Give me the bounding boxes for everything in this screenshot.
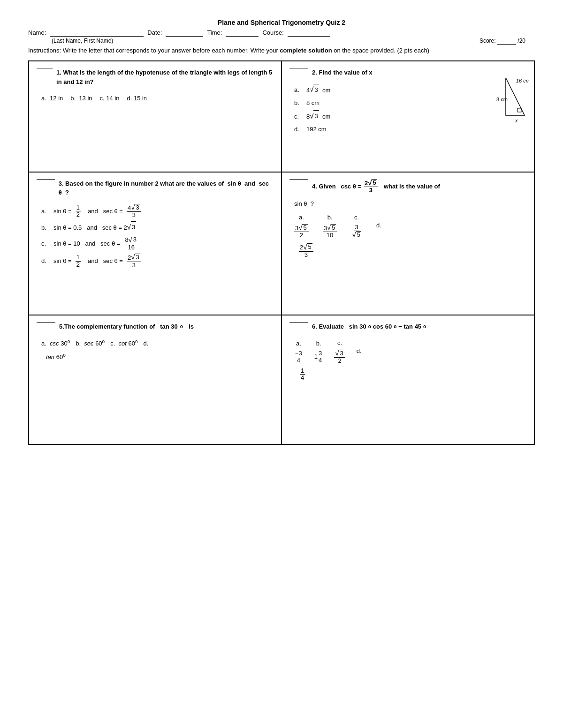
instructions: Instructions: Write the letter that corr… [28, 46, 535, 55]
q4-choices: a. 3√52 b. 3√510 c. 3√5 d. 2√53 [294, 212, 526, 258]
name-label: Name: [28, 29, 46, 36]
page-title: Plane and Spherical Trigonometry Quiz 2 [28, 19, 535, 26]
name-hint: (Last Name, First Name) [52, 38, 113, 45]
q2-text: 2. Find the value of x [312, 68, 373, 77]
question-6-cell: 6. Evaluate sin 30o cos 60o − tan 45o a.… [282, 315, 534, 444]
q3-text: 3. Based on the figure in number 2 what … [59, 179, 274, 197]
question-3-cell: 3. Based on the figure in number 2 what … [29, 172, 282, 315]
q6-text: 6. Evaluate sin 30o cos 60o − tan 45o [312, 322, 426, 331]
course-label: Course: [262, 29, 284, 36]
score-label: Score: /20 [479, 38, 525, 45]
svg-text:16 cm: 16 cm [516, 78, 529, 83]
time-label: Time: [207, 29, 222, 36]
q6-choices: a. −34 b. 134 c. √32 d. 14 [294, 338, 526, 381]
q1-text: 1. What is the length of the hypotenuse … [56, 68, 274, 86]
q3-choices: a. sin θ = 12 and sec θ = 4√33 b. sin θ … [41, 204, 274, 269]
q1-choices: a. 12 in b. 13 in c. 14 in d. 15 in [41, 93, 274, 104]
q4-text: 4. Given csc θ = 2√53 what is the value … [312, 179, 440, 194]
question-5-cell: 5.The complementary function of tan 30o … [29, 315, 282, 444]
question-4-cell: 4. Given csc θ = 2√53 what is the value … [282, 172, 534, 315]
question-1-cell: 1. What is the length of the hypotenuse … [29, 61, 282, 172]
q2-choices: a. 4√3 cm b. 8 cm c. 8√3 cm d. 192 cm [294, 84, 526, 135]
quiz-grid: 1. What is the length of the hypotenuse … [28, 60, 535, 445]
q5-text: 5.The complementary function of tan 30o … [59, 322, 194, 331]
question-2-cell: 2. Find the value of x a. 4√3 cm b. 8 cm… [282, 61, 534, 172]
date-label: Date: [147, 29, 162, 36]
q5-choices: a. csc 30o b. sec 60o c. cot 60o d. tan … [41, 338, 274, 362]
